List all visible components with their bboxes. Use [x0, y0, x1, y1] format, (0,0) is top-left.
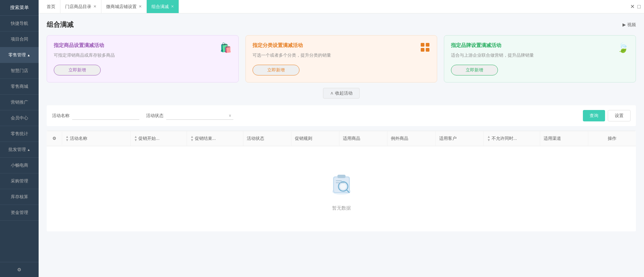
tab-wechat-shop-close-icon[interactable]: ✕ [139, 4, 142, 9]
sidebar-item-quick-nav[interactable]: 快捷导航 [0, 16, 39, 32]
table-container: ⚙ ▲▼ 活动名称 ▲▼ 促销开始... ▲▼ 促销结束... 活动状态 [47, 131, 636, 231]
th-end[interactable]: ▲▼ 促销结束... [187, 131, 243, 146]
tab-wechat-shop[interactable]: 微商城店铺设置 ✕ [101, 0, 147, 13]
collapse-activity-button[interactable]: ∧ 收起活动 [323, 88, 360, 99]
tab-combo-discount-label: 组合满减 [151, 4, 169, 10]
search-bar: 活动名称 活动状态 进行中 未开始 已结束 ∨ 查询 设置 [47, 105, 636, 126]
svg-rect-3 [426, 48, 429, 52]
th-start[interactable]: ▲▼ 促销开始... [131, 131, 187, 146]
video-label: 视频 [627, 22, 636, 28]
tab-combo-discount-close-icon[interactable]: ✕ [171, 4, 174, 9]
card-category-title: 指定分类设置满减活动 [252, 42, 430, 49]
query-button[interactable]: 查询 [583, 110, 605, 121]
sidebar-item-marketing[interactable]: 营销推广 [0, 95, 39, 110]
th-ops-label: 操作 [608, 135, 616, 142]
sidebar-settings-icon[interactable]: ⚙ [0, 262, 39, 277]
wholesale-mgmt-label: 批发管理 [8, 147, 26, 153]
search-name-label: 活动名称 [52, 113, 70, 119]
th-name[interactable]: ▲▼ 活动名称 [62, 131, 131, 146]
sort-start-icon: ▲▼ [134, 135, 137, 142]
main-area: 首页 门店商品目录 ✕ 微商城店铺设置 ✕ 组合满减 ✕ ✕ □ 组合满减 ▶ … [39, 0, 644, 277]
content-area: 组合满减 ▶ 视频 指定商品设置满减活动 可指定滞销商品或库存较多商品 🛍️ 立… [39, 13, 644, 277]
card-category: 指定分类设置满减活动 可选一个或者多个分类，提升分类的销量 立即新增 [245, 35, 438, 82]
collapse-bar: ∧ 收起活动 [47, 88, 636, 99]
sidebar-item-retail-mall[interactable]: 零售商城 [0, 79, 39, 95]
page-title: 组合满减 [47, 20, 74, 29]
sidebar-item-project-contract[interactable]: 项目合同 [0, 32, 39, 47]
th-no-combine[interactable]: ▲▼ 不允许同时... [484, 131, 540, 146]
th-channel: 适用渠道 [540, 131, 588, 146]
video-link[interactable]: ▶ 视频 [623, 22, 636, 28]
th-rule: 促销规则 [291, 131, 339, 146]
tab-home[interactable]: 首页 [42, 0, 60, 13]
card-goods-add-button[interactable]: 立即新增 [54, 65, 101, 75]
tab-product-catalog-label: 门店商品目录 [65, 4, 91, 10]
search-field-status: 活动状态 进行中 未开始 已结束 ∨ [146, 112, 233, 120]
svg-rect-2 [421, 48, 424, 52]
sidebar-item-purchase-mgmt[interactable]: 采购管理 [0, 173, 39, 189]
search-status-select[interactable]: 进行中 未开始 已结束 [166, 112, 233, 120]
retail-mgmt-label: 零售管理 [8, 52, 26, 58]
sort-name-icon: ▲▼ [65, 135, 69, 142]
sidebar-item-wholesale-mgmt[interactable]: 批发管理 ▲ [0, 142, 39, 158]
activity-cards-row: 指定商品设置满减活动 可指定滞销商品或库存较多商品 🛍️ 立即新增 指定分类设置… [47, 35, 636, 82]
th-goods-label: 适用商品 [343, 135, 360, 142]
tab-product-catalog-close-icon[interactable]: ✕ [93, 4, 96, 9]
svg-rect-1 [426, 43, 429, 47]
th-end-label: 促销结束... [195, 135, 216, 142]
th-except-label: 例外商品 [391, 135, 408, 142]
tab-bar-controls: ✕ □ [630, 3, 641, 10]
th-except: 例外商品 [387, 131, 435, 146]
th-start-label: 促销开始... [138, 135, 159, 142]
sidebar-item-finance[interactable]: 资金管理 [0, 205, 39, 221]
gear-icon: ⚙ [52, 136, 56, 141]
empty-text: 暂无数据 [332, 205, 351, 211]
empty-state: 暂无数据 [47, 146, 636, 231]
th-ops: 操作 [588, 131, 636, 146]
sidebar-item-retail-stats[interactable]: 零售统计 [0, 126, 39, 142]
search-status-label: 活动状态 [146, 113, 164, 119]
tab-bar: 首页 门店商品目录 ✕ 微商城店铺设置 ✕ 组合满减 ✕ ✕ □ [39, 0, 644, 13]
th-rule-label: 促销规则 [295, 135, 312, 142]
tab-combo-discount[interactable]: 组合满减 ✕ [147, 0, 179, 13]
svg-rect-0 [421, 43, 424, 47]
tab-wechat-shop-label: 微商城店铺设置 [106, 4, 137, 10]
card-brand-icon: 🍃 [617, 42, 629, 53]
card-brand: 指定品牌设置满减活动 适合与上游企业联合做营销，提升品牌销量 🍃 立即新增 [444, 35, 636, 82]
svg-rect-11 [336, 180, 342, 181]
card-category-icon [420, 42, 430, 55]
minimize-window-icon[interactable]: □ [637, 4, 641, 10]
settings-button[interactable]: 设置 [608, 110, 631, 121]
search-status-wrapper: 进行中 未开始 已结束 ∨ [166, 112, 233, 120]
table-header: ⚙ ▲▼ 活动名称 ▲▼ 促销开始... ▲▼ 促销结束... 活动状态 [47, 131, 636, 146]
retail-mgmt-arrow-icon: ▲ [27, 53, 31, 57]
sidebar: 搜索菜单 快捷导航 项目合同 零售管理 ▲ 智慧门店 零售商城 营销推广 会员中… [0, 0, 39, 277]
card-brand-title: 指定品牌设置满减活动 [451, 42, 629, 49]
th-goods: 适用商品 [339, 131, 387, 146]
sidebar-item-xiaochang[interactable]: 小畅电商 [0, 158, 39, 173]
sidebar-item-smart-store[interactable]: 智慧门店 [0, 63, 39, 79]
sidebar-item-member-center[interactable]: 会员中心 [0, 110, 39, 126]
card-goods-title: 指定商品设置满减活动 [54, 42, 232, 49]
tab-home-label: 首页 [47, 4, 55, 10]
wholesale-mgmt-arrow-icon: ▲ [27, 148, 31, 152]
tab-product-catalog[interactable]: 门店商品目录 ✕ [60, 0, 101, 13]
close-window-icon[interactable]: ✕ [630, 3, 635, 10]
search-name-input[interactable] [72, 112, 139, 120]
play-icon: ▶ [623, 22, 626, 27]
th-gear[interactable]: ⚙ [47, 132, 62, 145]
sidebar-item-retail-mgmt[interactable]: 零售管理 ▲ [0, 47, 39, 63]
th-status: 活动状态 [243, 131, 291, 146]
card-goods-desc: 可指定滞销商品或库存较多商品 [54, 52, 232, 59]
th-status-label: 活动状态 [247, 135, 264, 142]
svg-rect-7 [337, 175, 346, 178]
card-category-add-button[interactable]: 立即新增 [252, 65, 300, 75]
sidebar-item-inventory[interactable]: 库存核算 [0, 189, 39, 205]
svg-rect-12 [336, 182, 344, 183]
card-goods: 指定商品设置满减活动 可指定滞销商品或库存较多商品 🛍️ 立即新增 [47, 35, 239, 82]
sidebar-search[interactable]: 搜索菜单 [0, 0, 39, 16]
search-field-name: 活动名称 [52, 112, 139, 120]
th-customer-label: 适用客户 [439, 135, 457, 142]
card-brand-add-button[interactable]: 立即新增 [451, 65, 498, 75]
th-no-combine-label: 不允许同时... [492, 135, 517, 142]
